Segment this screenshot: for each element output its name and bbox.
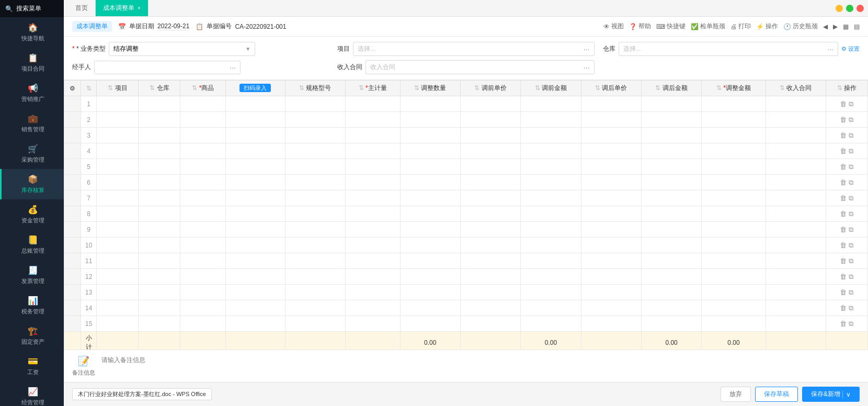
row-delete-icon-12[interactable]: 🗑 bbox=[840, 273, 847, 280]
row-copy-icon-6[interactable]: ⧉ bbox=[849, 178, 853, 187]
col-sort-icon-spec-type[interactable]: ⇅ bbox=[299, 84, 304, 92]
warehouse-dots-icon[interactable]: ··· bbox=[827, 45, 833, 53]
col-sort-icon-row-num[interactable]: ⇅ bbox=[86, 85, 92, 92]
row-copy-icon-4[interactable]: ⧉ bbox=[849, 147, 853, 155]
income-contract-dots-icon[interactable]: ··· bbox=[584, 63, 590, 72]
sidebar-item-quick-nav[interactable]: 🏠 快捷导航 bbox=[0, 17, 64, 48]
header-action-next[interactable]: ▶ bbox=[833, 23, 838, 30]
sidebar-item-sales-mgmt[interactable]: 💼 销售管理 bbox=[0, 108, 64, 139]
close-button[interactable] bbox=[856, 5, 864, 12]
row-delete-icon-7[interactable]: 🗑 bbox=[840, 194, 847, 202]
header-action-operations[interactable]: ⚡操作 bbox=[756, 22, 778, 31]
col-sort-icon-income-contract[interactable]: ⇅ bbox=[780, 84, 785, 92]
col-sort-icon-after-amount[interactable]: ⇅ bbox=[655, 84, 660, 92]
sidebar-icon-quick-nav: 🏠 bbox=[28, 22, 38, 32]
sidebar-item-finance-mgmt[interactable]: 💰 资金管理 bbox=[0, 199, 64, 230]
warehouse-input[interactable]: 选择... ··· bbox=[619, 42, 838, 56]
tab-close-cost-adjust[interactable]: × bbox=[138, 5, 141, 11]
row-delete-icon-6[interactable]: 🗑 bbox=[840, 178, 847, 186]
row-copy-icon-5[interactable]: ⧉ bbox=[849, 163, 853, 171]
save-draft-button[interactable]: 保存草稿 bbox=[755, 387, 798, 402]
save-arrow-icon[interactable]: ∨ bbox=[842, 391, 851, 398]
project-dots-icon[interactable]: ··· bbox=[584, 45, 590, 53]
discard-button[interactable]: 放弃 bbox=[721, 387, 751, 402]
row-copy-icon-3[interactable]: ⧉ bbox=[849, 131, 853, 140]
notes-input[interactable] bbox=[101, 355, 860, 364]
maximize-button[interactable] bbox=[846, 5, 853, 12]
col-sort-icon-before-amount[interactable]: ⇅ bbox=[535, 84, 540, 92]
row-delete-icon-9[interactable]: 🗑 bbox=[840, 225, 847, 233]
settings-col-icon[interactable]: ⚙ bbox=[70, 85, 75, 92]
header-action-print[interactable]: 🖨打印 bbox=[730, 22, 751, 31]
row-delete-icon-10[interactable]: 🗑 bbox=[840, 241, 847, 249]
sidebar-item-invoice-mgmt[interactable]: 🧾 发票管理 bbox=[0, 260, 64, 290]
col-sort-icon-operation[interactable]: ⇅ bbox=[837, 84, 842, 92]
col-sort-icon-before-price[interactable]: ⇅ bbox=[474, 84, 479, 92]
header-action-check-audit[interactable]: ✅检单瓶颈 bbox=[691, 22, 725, 31]
row-copy-icon-9[interactable]: ⧉ bbox=[849, 225, 853, 234]
header-action-history[interactable]: 🕐历史瓶颈 bbox=[783, 22, 818, 31]
row-copy-icon-12[interactable]: ⧉ bbox=[849, 273, 853, 281]
row-delete-icon-15[interactable]: 🗑 bbox=[840, 320, 847, 328]
row-copy-icon-2[interactable]: ⧉ bbox=[849, 116, 853, 124]
project-input[interactable]: 选择... ··· bbox=[353, 42, 594, 56]
row-copy-icon-8[interactable]: ⧉ bbox=[849, 210, 853, 218]
sidebar-item-sales-promotion[interactable]: 📢 营销推广 bbox=[0, 78, 64, 108]
row-copy-icon-1[interactable]: ⧉ bbox=[849, 100, 853, 108]
col-sort-icon-adjust-qty[interactable]: ⇅ bbox=[414, 84, 419, 92]
sidebar-item-purchase-mgmt[interactable]: 🛒 采购管理 bbox=[0, 139, 64, 169]
handler-dots-icon[interactable]: ··· bbox=[230, 63, 236, 72]
tab-home[interactable]: 首页 bbox=[68, 0, 96, 16]
row-copy-icon-7[interactable]: ⧉ bbox=[849, 194, 853, 202]
cell-row9-unit bbox=[346, 222, 401, 238]
tab-cost-adjust[interactable]: 成本调整单× bbox=[96, 0, 149, 16]
form-meta-no: 📋 单据编号 CA-20220921-001 bbox=[196, 22, 286, 31]
row-delete-icon-5[interactable]: 🗑 bbox=[840, 163, 847, 171]
header-action-prev[interactable]: ◀ bbox=[823, 23, 828, 30]
row-copy-icon-10[interactable]: ⧉ bbox=[849, 241, 853, 250]
header-action-help[interactable]: ❓帮助 bbox=[629, 22, 651, 31]
cell-row2-product bbox=[180, 112, 226, 128]
sidebar-item-project-contract[interactable]: 📋 项目合同 bbox=[0, 48, 64, 78]
cell-row5-product bbox=[180, 159, 226, 175]
sidebar-item-payroll[interactable]: 💳 工资 bbox=[0, 351, 64, 381]
sidebar-item-ledger-mgmt[interactable]: 📒 总账管理 bbox=[0, 230, 64, 260]
sidebar-item-inventory-calc[interactable]: 📦 库存核算 bbox=[0, 169, 64, 199]
header-action-shortcut[interactable]: ⌨快捷键 bbox=[656, 22, 686, 31]
col-sort-icon-warehouse[interactable]: ⇅ bbox=[150, 84, 155, 92]
row-delete-icon-2[interactable]: 🗑 bbox=[840, 116, 847, 123]
header-action-grid1[interactable]: ▦ bbox=[843, 23, 849, 30]
row-delete-icon-3[interactable]: 🗑 bbox=[840, 131, 847, 139]
row-delete-icon-13[interactable]: 🗑 bbox=[840, 288, 847, 296]
row-delete-icon-14[interactable]: 🗑 bbox=[840, 304, 847, 312]
income-contract-input[interactable]: 收入合同 ··· bbox=[366, 60, 594, 74]
row-copy-icon-14[interactable]: ⧉ bbox=[849, 304, 853, 312]
minimize-button[interactable] bbox=[836, 5, 843, 12]
sidebar-item-fixed-assets[interactable]: 🏗️ 固定资产 bbox=[0, 321, 64, 351]
scan-btn[interactable]: 扫码录入 bbox=[239, 84, 271, 92]
col-sort-icon-after-price[interactable]: ⇅ bbox=[595, 84, 600, 92]
row-delete-icon-4[interactable]: 🗑 bbox=[840, 147, 847, 155]
biz-type-input[interactable]: 结存调整 ▼ bbox=[109, 42, 255, 56]
row-delete-icon-11[interactable]: 🗑 bbox=[840, 257, 847, 265]
col-sort-icon-project[interactable]: ⇅ bbox=[108, 84, 113, 92]
settings-link[interactable]: ⚙ 设置 bbox=[841, 45, 860, 53]
row-delete-icon-8[interactable]: 🗑 bbox=[840, 210, 847, 218]
row-copy-icon-11[interactable]: ⧉ bbox=[849, 257, 853, 265]
sidebar-search[interactable]: 🔍 搜索菜单 bbox=[0, 0, 64, 17]
form-date-value[interactable]: 2022-09-21 bbox=[157, 22, 189, 30]
save-new-button[interactable]: 保存&新增 ∨ bbox=[802, 387, 860, 402]
cell-row6-adjust-qty bbox=[400, 175, 460, 190]
row-copy-icon-13[interactable]: ⧉ bbox=[849, 288, 853, 297]
row-delete-icon-1[interactable]: 🗑 bbox=[840, 100, 847, 108]
handler-input[interactable]: ··· bbox=[94, 61, 241, 74]
header-action-grid2[interactable]: ▤ bbox=[854, 23, 860, 30]
col-sort-icon-product[interactable]: ⇅ bbox=[192, 84, 197, 92]
col-sort-icon-adjust-amount[interactable]: ⇅ bbox=[716, 84, 722, 92]
col-sort-icon-unit[interactable]: ⇅ bbox=[359, 84, 364, 92]
sidebar-item-ops-mgmt[interactable]: 📈 经营管理 bbox=[0, 381, 64, 406]
row-copy-icon-15[interactable]: ⧉ bbox=[849, 320, 853, 328]
header-action-view[interactable]: 👁视图 bbox=[603, 22, 624, 31]
sidebar-item-tax-mgmt[interactable]: 📊 税务管理 bbox=[0, 290, 64, 321]
taskbar-wps-item[interactable]: 木门行业好业财处理方案-墨红红.doc - WPS Office bbox=[72, 388, 212, 400]
